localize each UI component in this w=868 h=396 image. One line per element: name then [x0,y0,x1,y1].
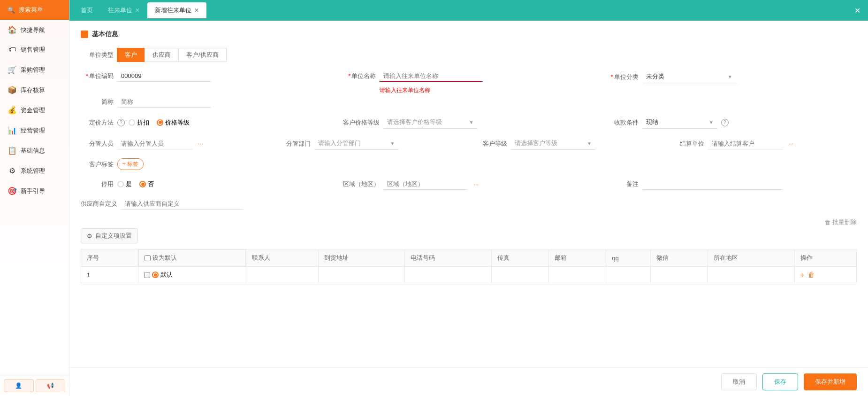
region-field: 区域（地区） ··· [343,179,594,190]
sidebar-item-label: 新手引导 [21,187,45,195]
cancel-button[interactable]: 取消 [721,373,757,390]
tab-partners-close[interactable]: ✕ [135,7,140,14]
unit-name-error: 请输入往来单位名称 [380,86,430,94]
btn-type-customer[interactable]: 客户 [117,48,145,62]
close-all-btn[interactable]: ✕ [851,4,864,17]
row-checkbox[interactable] [144,272,150,278]
payment-terms-label: 收款条件 [606,118,639,127]
pricing-method-field: 定价方法 ? 折扣 价格等级 [81,118,332,127]
customer-tag-label: 客户标签 [81,160,114,169]
region-input[interactable] [383,179,468,190]
unit-name-input[interactable] [380,70,483,82]
unit-category-value: 未分类 [646,72,728,81]
cell-actions: + 🗑 [794,267,856,283]
cell-phone [405,267,492,283]
sidebar-item-finance[interactable]: 💰 资金管理 [0,100,69,120]
sidebar-item-label: 快捷导航 [21,26,45,34]
main-area: 首页 往来单位 ✕ 新增往来单位 ✕ ✕ 基本信息 单位类型 客户 供应商 客户… [69,0,868,396]
short-name-field: 简称 [81,96,857,108]
section-title: 基本信息 [92,30,118,39]
radio-yes[interactable]: 是 [117,180,132,188]
cell-fax [491,267,548,283]
payment-terms-select[interactable]: 现结 ▼ [642,116,717,129]
custom-settings-btn[interactable]: ⚙ 自定义项设置 [81,228,138,243]
remark-input[interactable] [642,179,783,190]
trash-icon: 🗑 [824,219,830,226]
sidebar-item-purchase[interactable]: 🛒 采购管理 [0,60,69,80]
department-label: 分管部门 [278,140,311,148]
tab-partners[interactable]: 往来单位 ✕ [100,2,147,18]
remark-field: 备注 [606,179,857,190]
list-icon: 📋 [8,146,17,155]
manager-input[interactable] [117,138,192,149]
radio-price-level[interactable]: 价格等级 [157,118,190,127]
chevron-down-icon3: ▼ [709,120,714,125]
col-wechat: 微信 [650,249,708,267]
sidebar-item-operations[interactable]: 📊 经营管理 [0,120,69,140]
tab-new-partner[interactable]: 新增往来单位 ✕ [147,2,206,18]
row-delete-btn[interactable]: 🗑 [808,271,815,279]
gear-icon: ⚙ [8,166,17,175]
unit-name-label: 单位名称 [343,72,376,80]
chevron-down-icon4: ▼ [390,141,395,146]
unit-category-select[interactable]: 未分类 ▼ [642,70,736,83]
sidebar-item-basics[interactable]: 📋 基础信息 [0,140,69,161]
pricing-help-icon[interactable]: ? [117,119,125,126]
radio-discount[interactable]: 折扣 [129,118,149,127]
payment-terms-help-icon[interactable]: ? [721,119,729,126]
contacts-table: 序号 设为默认 联系人 到货地址 电话号码 传真 邮箱 qq 微信 所在地区 操… [81,249,857,283]
sidebar-item-sales[interactable]: 🏷 销售管理 [0,40,69,60]
btn-type-supplier[interactable]: 供应商 [145,48,179,62]
sidebar-item-guide[interactable]: 🎯 新手引导 [0,181,69,201]
radio-circle-price-level [157,119,163,126]
chevron-down-icon: ▼ [728,74,732,79]
batch-delete-btn[interactable]: 🗑 批量删除 [824,218,857,226]
col-action: 操作 [794,249,856,267]
region-more-btn[interactable]: ··· [472,181,480,188]
row-add-btn[interactable]: + [800,271,804,279]
col-email: 邮箱 [549,249,606,267]
tab-new-partner-close[interactable]: ✕ [194,7,199,14]
col-default-checkbox[interactable] [145,255,151,261]
sidebar-search[interactable]: 🔍 搜索菜单 [0,0,69,20]
customer-price-level-label: 客户价格等级 [343,118,380,127]
customer-level-select[interactable]: 请选择客户等级 ▼ [511,137,595,150]
user-btn[interactable]: 👤 [4,379,34,392]
settlement-unit-more-btn[interactable]: ··· [787,140,796,147]
sidebar-item-system[interactable]: ⚙ 系统管理 [0,161,69,181]
tab-bar: 首页 往来单位 ✕ 新增往来单位 ✕ ✕ [69,0,868,21]
manager-more-btn[interactable]: ··· [196,140,205,147]
row-default-radio[interactable]: 默认 [152,271,173,279]
supplier-custom-input[interactable] [121,198,243,210]
unit-type-row: 单位类型 客户 供应商 客户/供应商 [81,48,857,62]
settlement-unit-field: 结算单位 ··· [671,138,857,149]
supplier-custom-label: 供应商自定义 [81,200,117,208]
radio-circle-yes [117,181,124,187]
save-button[interactable]: 保存 [762,373,798,390]
customer-price-level-field: 客户价格等级 请选择客户价格等级 ▼ [343,116,594,129]
row-default-label: 默认 [160,271,173,279]
sidebar: 🔍 搜索菜单 🏠 快捷导航 🏷 销售管理 🛒 采购管理 📦 库存核算 💰 资金管… [0,0,69,396]
save-new-button[interactable]: 保存并新增 [804,373,857,390]
customer-level-label: 客户等级 [474,140,507,148]
sidebar-item-inventory[interactable]: 📦 库存核算 [0,80,69,100]
disabled-label: 停用 [81,180,114,188]
radio-no[interactable]: 否 [139,180,154,188]
unit-code-input[interactable] [117,70,211,82]
customer-price-level-select[interactable]: 请选择客户价格等级 ▼ [383,116,477,129]
tab-partners-label: 往来单位 [108,6,132,15]
tag-add-button[interactable]: + 标签 [117,158,144,170]
settlement-unit-label: 结算单位 [671,140,704,148]
short-name-input[interactable] [117,96,211,108]
btn-type-both[interactable]: 客户/供应商 [178,48,227,62]
unit-code-label: 单位编码 [81,72,114,80]
short-name-label: 简称 [81,98,114,106]
sidebar-item-quick-nav[interactable]: 🏠 快捷导航 [0,20,69,40]
chart-icon: 📊 [8,126,17,135]
col-region: 所在地区 [708,249,795,267]
tab-home[interactable]: 首页 [73,2,100,18]
department-select[interactable]: 请输入分管部门 ▼ [314,137,399,150]
notification-btn[interactable]: 📢 [36,379,66,392]
settlement-unit-input[interactable] [708,138,783,149]
radio-discount-label: 折扣 [137,118,149,127]
